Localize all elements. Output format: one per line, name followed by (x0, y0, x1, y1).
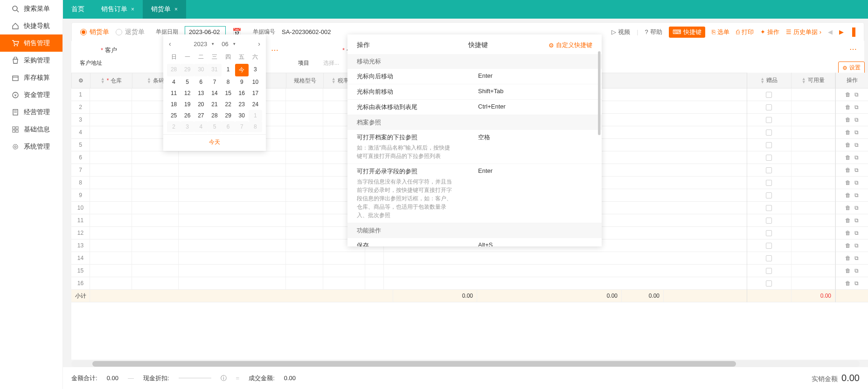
cell[interactable] (90, 277, 132, 289)
avail-cell[interactable] (792, 227, 836, 239)
cal-next[interactable]: › (258, 40, 260, 48)
cell[interactable] (286, 277, 323, 289)
cal-day[interactable]: 11 (167, 88, 181, 99)
cal-day-next[interactable]: 3 (181, 121, 194, 132)
checkbox[interactable] (766, 205, 772, 211)
cal-day-next[interactable]: 7 (235, 121, 249, 132)
avail-cell[interactable] (792, 151, 836, 164)
cell[interactable] (179, 227, 286, 239)
cell[interactable] (90, 89, 132, 101)
gift-cell[interactable] (747, 252, 792, 265)
gift-cell[interactable] (747, 89, 792, 101)
cal-day[interactable]: 30 (235, 110, 249, 121)
gift-cell[interactable] (747, 214, 792, 227)
sidebar-item-purchase[interactable]: 采购管理 (0, 52, 62, 69)
avail-cell[interactable] (792, 114, 836, 126)
hotkey-button[interactable]: ⌨快捷键 (669, 27, 705, 38)
cell[interactable] (90, 214, 132, 226)
discount-input[interactable] (179, 378, 211, 378)
delete-icon[interactable]: 🗑 (845, 167, 851, 173)
cell[interactable] (90, 177, 132, 189)
cal-day[interactable]: 9 (235, 76, 249, 88)
customer-more[interactable]: ⋯ (271, 46, 279, 55)
cell[interactable] (179, 151, 286, 164)
sidebar-item-finance[interactable]: ¥资金管理 (0, 86, 62, 103)
cell[interactable] (90, 202, 132, 214)
cell[interactable] (132, 277, 179, 289)
cal-day-prev[interactable]: 29 (181, 64, 194, 76)
copy-icon[interactable]: ⧉ (854, 179, 859, 186)
cal-day-next[interactable]: 5 (208, 121, 221, 132)
cal-day[interactable]: 29 (222, 110, 235, 121)
cell[interactable] (286, 189, 323, 201)
cal-day[interactable]: 22 (222, 99, 235, 110)
cal-day-prev[interactable]: 31 (208, 64, 221, 76)
sidebar-item-business[interactable]: 经营管理 (0, 103, 62, 121)
checkbox[interactable] (766, 192, 772, 198)
copy-icon[interactable]: ⧉ (854, 255, 859, 261)
cell[interactable] (286, 164, 323, 176)
cell[interactable] (90, 252, 132, 264)
gift-cell[interactable] (747, 101, 792, 114)
cal-day[interactable]: 27 (194, 110, 208, 121)
gift-cell[interactable] (747, 265, 792, 277)
cell[interactable] (179, 202, 286, 214)
checkbox[interactable] (766, 92, 772, 98)
radio-sale[interactable]: 销货单 (80, 28, 109, 36)
h-scrollbar[interactable] (71, 361, 860, 367)
th-gear[interactable]: ⚙ (72, 73, 90, 88)
cal-day[interactable]: 15 (222, 88, 235, 99)
avail-cell[interactable] (792, 101, 836, 114)
checkbox[interactable] (766, 180, 772, 186)
cal-day[interactable]: 5 (181, 76, 194, 88)
sidebar-item-inventory[interactable]: 库存核算 (0, 69, 62, 86)
th-avail[interactable]: ▲▼可用量 (792, 73, 836, 89)
cell[interactable] (132, 227, 179, 239)
tab-home[interactable]: 首页 (63, 0, 93, 19)
help-link[interactable]: ?帮助 (645, 28, 662, 36)
gift-cell[interactable] (747, 114, 792, 126)
radio-return[interactable]: 退货单 (116, 28, 145, 36)
cal-day[interactable]: 24 (249, 99, 262, 110)
cal-day-prev[interactable]: 28 (167, 64, 181, 76)
cell[interactable] (90, 139, 132, 151)
history-link[interactable]: ☰历史单据› (786, 28, 821, 36)
cell[interactable] (286, 114, 323, 126)
cal-day[interactable]: 21 (208, 99, 221, 110)
delete-icon[interactable]: 🗑 (845, 217, 851, 224)
checkbox[interactable] (766, 268, 772, 274)
delete-icon[interactable]: 🗑 (845, 142, 851, 148)
cell[interactable] (323, 265, 365, 277)
delete-icon[interactable]: 🗑 (845, 192, 851, 198)
cal-day-next[interactable]: 4 (194, 121, 208, 132)
delete-icon[interactable]: 🗑 (845, 267, 851, 274)
cal-day[interactable]: 16 (235, 88, 249, 99)
cal-day[interactable]: 18 (167, 99, 181, 110)
checkbox[interactable] (766, 280, 772, 287)
cell[interactable] (286, 151, 323, 164)
delete-icon[interactable]: 🗑 (845, 242, 851, 249)
copy-icon[interactable]: ⧉ (854, 217, 859, 224)
sc-scroll-thumb[interactable] (598, 51, 601, 135)
cal-day[interactable]: 12 (181, 88, 194, 99)
print-link[interactable]: ⎙打印 (736, 28, 754, 36)
avail-cell[interactable] (792, 277, 836, 290)
help-icon[interactable]: ⓘ (221, 374, 227, 382)
copy-icon[interactable]: ⧉ (854, 230, 859, 236)
cal-day[interactable]: 13 (194, 88, 208, 99)
cal-day[interactable]: 4 (167, 76, 181, 88)
sidebar-item-quicknav[interactable]: 快捷导航 (0, 17, 62, 34)
copy-icon[interactable]: ⧉ (854, 104, 859, 110)
cell[interactable] (286, 101, 323, 113)
copy-icon[interactable]: ⧉ (854, 205, 859, 211)
gift-cell[interactable] (747, 239, 792, 252)
gift-cell[interactable] (747, 164, 792, 177)
cal-day[interactable]: 17 (249, 88, 262, 99)
checkbox[interactable] (766, 230, 772, 236)
checkbox[interactable] (766, 155, 772, 161)
cell[interactable] (179, 252, 286, 264)
cal-day[interactable]: 26 (181, 110, 194, 121)
avail-cell[interactable] (792, 252, 836, 265)
cell[interactable] (132, 265, 179, 277)
avail-cell[interactable] (792, 214, 836, 227)
